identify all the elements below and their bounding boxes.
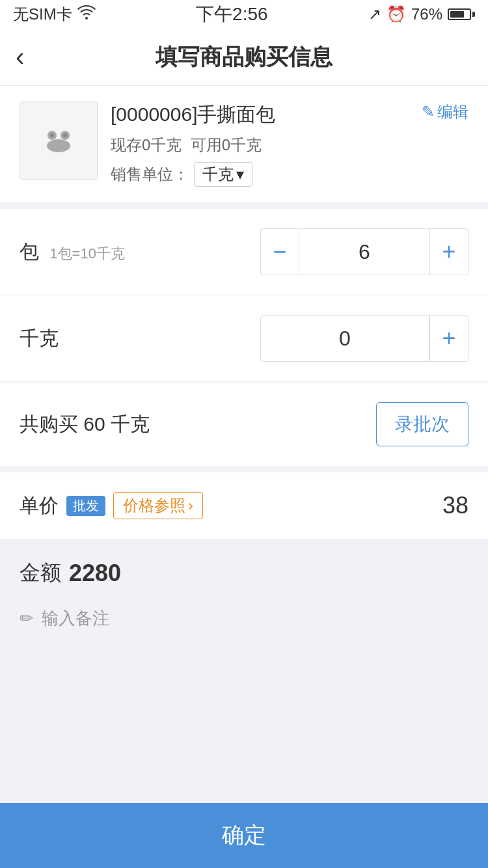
carrier-text: 无SIM卡	[13, 4, 72, 25]
kg-plus-button[interactable]: +	[429, 315, 468, 362]
svg-point-2	[47, 139, 70, 152]
bao-qty-control: − +	[260, 228, 468, 275]
product-card: [0000006]手撕面包 现存0千克 可用0千克 销售单位： 千克 ▾ ✎ 编…	[0, 86, 488, 209]
svg-point-3	[50, 133, 54, 137]
note-placeholder: 输入备注	[42, 607, 109, 630]
kg-label: 千克	[20, 325, 260, 352]
record-batch-button[interactable]: 录批次	[376, 402, 468, 446]
price-tag-pifa: 批发	[66, 496, 105, 516]
bao-minus-button[interactable]: −	[260, 228, 299, 275]
product-info: [0000006]手撕面包 现存0千克 可用0千克 销售单位： 千克 ▾	[111, 102, 409, 187]
plus-icon: +	[442, 238, 455, 265]
bao-sub-label: 1包=10千克	[49, 245, 125, 262]
alarm-icon: ⏰	[386, 5, 406, 23]
chevron-down-icon: ▾	[236, 165, 244, 183]
bao-plus-button[interactable]: +	[429, 228, 468, 275]
price-label: 单价	[20, 493, 59, 519]
price-section: 单价 批发 价格参照 › 38	[0, 472, 488, 539]
status-left: 无SIM卡	[13, 4, 96, 25]
kg-row: 千克 +	[0, 295, 488, 382]
product-name: [0000006]手撕面包	[111, 102, 409, 128]
status-time: 下午2:56	[196, 2, 268, 27]
kg-qty-control: +	[260, 315, 468, 362]
total-row: 共购买 60 千克 录批次	[0, 382, 488, 472]
confirm-button[interactable]: 确定	[0, 803, 488, 868]
note-row[interactable]: ✏ 输入备注	[20, 601, 468, 636]
price-value: 38	[442, 492, 468, 519]
minus-icon: −	[273, 238, 286, 265]
amount-section: 金额 2280 ✏ 输入备注	[0, 539, 488, 643]
plus-icon-kg: +	[442, 325, 455, 352]
svg-point-4	[63, 133, 67, 137]
product-image	[20, 102, 98, 180]
amount-label: 金额	[20, 559, 61, 588]
wifi-icon	[77, 5, 96, 23]
status-right: ↗ ⏰ 76%	[368, 5, 475, 23]
status-bar: 无SIM卡 下午2:56 ↗ ⏰ 76%	[0, 0, 488, 29]
product-stock: 现存0千克 可用0千克	[111, 135, 409, 156]
bao-row: 包 1包=10千克 − +	[0, 209, 488, 295]
amount-row: 金额 2280	[20, 559, 468, 588]
arrow-right-icon: ›	[188, 496, 193, 515]
amount-value: 2280	[69, 560, 121, 587]
edit-icon: ✎	[422, 103, 435, 121]
bao-label: 包 1包=10千克	[20, 239, 260, 265]
price-ref-button[interactable]: 价格参照 ›	[113, 492, 203, 519]
confirm-label: 确定	[222, 821, 266, 850]
product-unit: 销售单位： 千克 ▾	[111, 162, 409, 187]
location-icon: ↗	[368, 5, 381, 23]
unit-select[interactable]: 千克 ▾	[194, 162, 252, 187]
page-title: 填写商品购买信息	[156, 42, 332, 72]
kg-qty-input[interactable]	[260, 315, 429, 362]
form-section: 包 1包=10千克 − + 千克 +	[0, 209, 488, 382]
nav-bar: ‹ 填写商品购买信息	[0, 29, 488, 86]
battery-icon	[448, 8, 475, 20]
bao-qty-input[interactable]	[299, 228, 429, 275]
battery-percent: 76%	[411, 5, 442, 23]
pencil-icon: ✏	[20, 608, 34, 629]
edit-button[interactable]: ✎ 编辑	[422, 102, 468, 122]
back-button[interactable]: ‹	[16, 42, 24, 72]
total-text: 共购买 60 千克	[20, 411, 150, 438]
price-left: 单价 批发 价格参照 ›	[20, 492, 203, 519]
